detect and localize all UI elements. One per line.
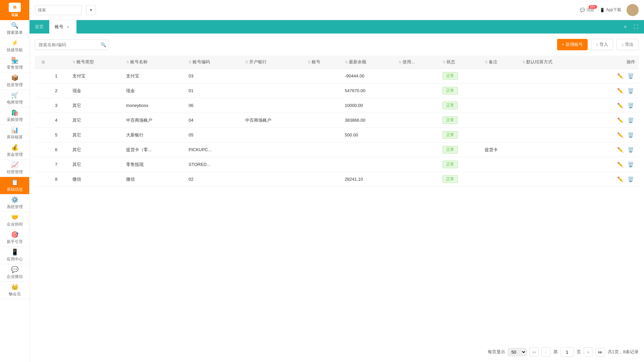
usage-col-header[interactable]: 使用... [395, 56, 439, 69]
delete-btn[interactable]: 🗑️ [626, 131, 635, 139]
latest-balance-cell [341, 142, 395, 157]
account-code-col-header[interactable]: 账号编码 [185, 56, 242, 69]
search-input[interactable] [35, 40, 98, 49]
settings-cell [35, 172, 52, 187]
sidebar-item-wholesale-mgmt[interactable]: 📦批发管理 [0, 72, 29, 90]
account-type-col-header[interactable]: 账号类型 [69, 56, 123, 69]
sidebar-item-search-menu[interactable]: 🔍搜索菜单 [0, 20, 29, 38]
tab-account[interactable]: 账号× [49, 20, 76, 34]
account-no-cell [304, 83, 341, 98]
delete-btn[interactable]: 🗑️ [626, 117, 635, 124]
sidebar-item-purchase-mgmt[interactable]: 🛍️采购管理 [0, 107, 29, 125]
page-size-label: 每页显示 [488, 349, 505, 355]
sidebar-item-label: 零售管理 [7, 65, 23, 70]
table-row: 4 其它 中百商场账户 04 中百商场账户 383866.00 正常 ✏️ 🗑️ [35, 113, 639, 128]
sidebar-item-label: 企业协同 [7, 222, 23, 227]
bank-cell [242, 157, 304, 172]
search-button[interactable]: 🔍 [98, 40, 108, 50]
sidebar-item-label: 新手引导 [7, 239, 23, 245]
delete-btn[interactable]: 🗑️ [626, 72, 635, 80]
tab-close-account[interactable]: × [65, 24, 71, 29]
sidebar-item-retail-mgmt[interactable]: 🏪零售管理 [0, 55, 29, 72]
index-cell: 1 [52, 69, 69, 83]
add-account-button[interactable]: + 新增账号 [557, 39, 588, 50]
last-page-btn[interactable]: ⏭ [596, 347, 605, 357]
table-row: 7 其它 零售抵现 STORED... 正常 ✏️ 🗑️ [35, 157, 639, 172]
edit-btn[interactable]: ✏️ [616, 102, 625, 109]
usage-cell [395, 172, 439, 187]
message-btn[interactable]: 💬 消息 99+ [580, 7, 594, 13]
sidebar-item-ecommerce-mgmt[interactable]: 🛒电商管理 [0, 90, 29, 107]
table-row: 2 现金 现金 01 547670.00 正常 ✏️ 🗑️ [35, 83, 639, 98]
first-page-btn[interactable]: ⏮ [529, 347, 539, 357]
delete-btn[interactable]: 🗑️ [626, 87, 635, 95]
bank-col-header[interactable]: 开户银行 [242, 56, 304, 69]
search-wrap: 🔍 [35, 39, 109, 50]
header-dropdown-btn[interactable]: ▾ [86, 5, 96, 15]
sidebar-item-app-center[interactable]: 📱应用中心 [0, 247, 29, 264]
edit-btn[interactable]: ✏️ [616, 176, 625, 183]
table-header-row: ⚙ 账号类型 账号名称 账号编码 开户银行 账号 最新余额 使用... 状态 备… [35, 56, 639, 69]
default-settle-cell [519, 142, 589, 157]
default-settle-cell [519, 172, 589, 187]
tab-bar-actions: × ⛶ [621, 23, 644, 31]
delete-btn[interactable]: 🗑️ [626, 161, 635, 168]
sidebar-item-inventory-check[interactable]: 📊库存核算 [0, 125, 29, 142]
edit-btn[interactable]: ✏️ [616, 131, 625, 139]
sidebar-item-quick-nav[interactable]: ⚡快捷导航 [0, 38, 29, 55]
latest-balance-col-header[interactable]: 最新余额 [341, 56, 395, 69]
edit-btn[interactable]: ✏️ [616, 161, 625, 168]
prev-page-btn[interactable]: ‹ [541, 347, 551, 357]
app-download-btn[interactable]: 📱 App下载 [600, 7, 621, 13]
delete-btn[interactable]: 🗑️ [626, 146, 635, 154]
edit-btn[interactable]: ✏️ [616, 72, 625, 80]
usage-cell [395, 142, 439, 157]
operations-mgmt-icon: 📈 [11, 161, 18, 169]
delete-btn[interactable]: 🗑️ [626, 176, 635, 183]
sidebar-item-enterprise-wechat[interactable]: 💬企业微信 [0, 264, 29, 282]
tab-home[interactable]: 首页 [30, 20, 49, 34]
enterprise-wechat-icon: 💬 [11, 266, 18, 273]
actions-cell: ✏️ 🗑️ [589, 69, 639, 83]
index-cell: 5 [52, 128, 69, 142]
message-badge: 99+ [589, 5, 597, 9]
account-name-cell: 提货卡（零... [123, 142, 185, 157]
table-row: 5 其它 大新银行 05 500.00 正常 ✏️ 🗑️ [35, 128, 639, 142]
latest-balance-cell: 10000.00 [341, 98, 395, 113]
account-name-cell: 大新银行 [123, 128, 185, 142]
account-name-cell: 支付宝 [123, 69, 185, 83]
next-page-btn[interactable]: › [584, 347, 593, 357]
status-col-header[interactable]: 状态 [439, 56, 481, 69]
close-tab-btn[interactable]: × [621, 23, 629, 31]
sidebar-item-operations-mgmt[interactable]: 📈经营管理 [0, 160, 29, 177]
account-type-cell: 现金 [69, 83, 123, 98]
sidebar-item-chang-member[interactable]: 👑畅会员 [0, 282, 29, 299]
avatar[interactable] [627, 4, 639, 16]
usage-cell [395, 83, 439, 98]
sidebar-item-enterprise-agreement[interactable]: 🤝企业协同 [0, 212, 29, 229]
latest-balance-cell [341, 157, 395, 172]
edit-btn[interactable]: ✏️ [616, 146, 625, 154]
usage-cell [395, 157, 439, 172]
settings-col-header[interactable]: ⚙ [35, 56, 52, 69]
header-search-input[interactable] [35, 5, 82, 15]
import-button[interactable]: ↑ 导入 [591, 39, 613, 50]
sidebar-item-basic-info[interactable]: 📋基础信息 [0, 177, 29, 194]
settings-cell [35, 113, 52, 128]
account-no-col-header[interactable]: 账号 [304, 56, 341, 69]
maximize-tab-btn[interactable]: ⛶ [632, 23, 640, 31]
account-name-col-header[interactable]: 账号名称 [123, 56, 185, 69]
edit-btn[interactable]: ✏️ [616, 87, 625, 95]
edit-btn[interactable]: ✏️ [616, 117, 625, 124]
remark-col-header[interactable]: 备注 [481, 56, 519, 69]
page-size-select[interactable]: 2050100200 [508, 348, 527, 356]
page-input[interactable] [560, 347, 574, 357]
delete-btn[interactable]: 🗑️ [626, 102, 635, 109]
default-settle-col-header[interactable]: 默认结算方式 [519, 56, 589, 69]
sidebar-item-system-mgmt[interactable]: ⚙️系统管理 [0, 194, 29, 212]
export-button[interactable]: ↓ 导出 [616, 39, 639, 50]
sidebar-item-beginner-guide[interactable]: 🎯新手引导 [0, 229, 29, 247]
sidebar-item-finance-mgmt[interactable]: 💰资金管理 [0, 142, 29, 160]
status-cell: 正常 [439, 172, 481, 187]
total-label: 共1页，8条记录 [608, 349, 639, 355]
